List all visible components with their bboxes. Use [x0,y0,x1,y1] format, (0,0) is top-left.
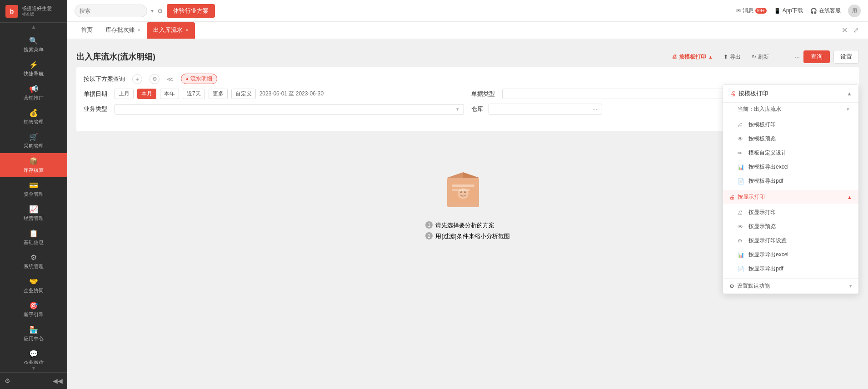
warehouse-more-icon[interactable]: ··· [593,106,597,112]
empty-svg [440,164,495,214]
sidebar-item-shortcut[interactable]: ⚡ 快捷导航 [0,57,67,81]
warehouse-dropdown[interactable]: ··· [489,104,602,115]
sidebar-icon-finance: 💳 [29,181,38,190]
dropdown-item-display-pdf[interactable]: 📄 按显示导出pdf [723,262,858,276]
dropdown-item-template-pdf[interactable]: 📄 按模板导出pdf [723,174,858,188]
tab-batch-label: 库存批次账 [105,26,135,34]
main-content: ▾ ⚙ 体验行业方案 ✉ 消息 99+ 📱 App下载 🎧 在线客服 用 [67,0,868,389]
hint-text-2: 用[过滤]条件来缩小分析范围 [435,232,509,240]
topbar: ▾ ⚙ 体验行业方案 ✉ 消息 99+ 📱 App下载 🎧 在线客服 用 [67,0,868,22]
filter-settings-btn[interactable]: ⚙ [150,74,160,84]
sidebar-footer: ⚙ ◀◀ [0,372,67,389]
filter-collapse-btn[interactable]: ≪ [167,75,174,83]
sidebar-logo: b 畅捷通好生意 标准版 [0,0,67,23]
dropdown-item-template-custom[interactable]: ✏ 模板自定义设计 [723,146,858,160]
sidebar-label-search: 搜索菜单 [24,46,44,53]
date-btn-last-month[interactable]: 上月 [115,89,134,99]
sidebar-collapse-icon[interactable]: ◀◀ [53,377,63,384]
sidebar-scroll-up[interactable]: ▲ [0,23,67,31]
tab-flow-close[interactable]: × [185,27,188,33]
sidebar-label-appcenter: 应用中心 [24,335,44,342]
refresh-btn[interactable]: ↻ 刷新 [748,51,773,63]
sidebar-scroll-down[interactable]: ▼ [0,364,67,372]
sidebar-item-corp[interactable]: 🤝 企业协同 [0,274,67,298]
dropdown-current-item[interactable]: 当前：出入库流水 ▾ [723,103,858,116]
dropdown-header[interactable]: 🖨 按模板打印 ▲ [723,85,858,103]
display-excel-label: 按显示导出excel [748,251,788,259]
date-btn-custom[interactable]: 自定义 [231,89,256,99]
search-dropdown-icon[interactable]: ▾ [151,8,154,14]
sidebar-icon-marketing: 📢 [29,85,38,93]
sidebar-item-newbie[interactable]: 🎯 新手引导 [0,298,67,322]
dropdown-item-template-print[interactable]: 🖨 按模板打印 [723,118,858,132]
filter-tag[interactable]: ● 流水明细 [181,74,217,84]
filter-add-btn[interactable]: + [132,74,142,84]
empty-hints: 1 请先选择要分析的方案 2 用[过滤]条件来缩小分析范围 [425,221,509,243]
biz-type-dropdown[interactable]: ▾ [115,104,464,115]
dropdown-item-display-settings[interactable]: ⚙ 按显示打印设置 [723,234,858,248]
tab-close-window[interactable]: ✕ [840,26,849,35]
app-download-btn[interactable]: 📱 App下载 [774,7,803,15]
sidebar-icon-sales: 💰 [29,109,38,117]
tab-home[interactable]: 首页 [75,22,99,39]
message-icon: ✉ [736,8,741,14]
date-btn-this-month[interactable]: 本月 [137,89,156,99]
dropdown-current-label: 当前：出入库流水 [738,105,781,113]
tab-batch[interactable]: 库存批次账 × [99,22,147,39]
more-options-icon[interactable]: ··· [794,53,800,60]
sidebar-item-sales[interactable]: 💰 销售管理 [0,105,67,129]
online-support-btn[interactable]: 🎧 在线客服 [810,7,841,15]
hint-num-1: 1 [425,221,433,229]
sidebar-item-basic[interactable]: 📋 基础信息 [0,225,67,249]
dropdown-item-display-preview[interactable]: 👁 按显示预览 [723,219,858,234]
dropdown-item-template-preview[interactable]: 👁 按模板预览 [723,132,858,146]
dropdown-item-template-excel[interactable]: 📊 按模板导出excel [723,160,858,174]
date-btn-more[interactable]: 更多 [209,89,228,99]
sidebar-item-purchase[interactable]: 🛒 采购管理 [0,129,67,153]
dropdown-section-2-header[interactable]: 🖨 按显示打印 ▲ [723,190,858,204]
hint-num-2: 2 [425,232,433,239]
sidebar-item-finance[interactable]: 💳 资金管理 [0,177,67,201]
sidebar-label-purchase: 采购管理 [24,143,44,150]
app-download-label: App下载 [783,7,803,15]
search-input[interactable] [75,5,147,17]
dropdown-item-display-print[interactable]: 🖨 按显示打印 [723,205,858,219]
date-btn-this-year[interactable]: 本年 [160,89,179,99]
tab-flow[interactable]: 出入库流水 × [147,22,195,39]
content-area: 出入库流水(流水明细) 🖨 按模板打印 ▲ ⬆ 导出 ↻ 刷新 ··· 查询 [67,39,868,389]
avatar[interactable]: 用 [848,5,861,17]
sidebar-label-system: 系统管理 [24,263,44,270]
sidebar-item-system[interactable]: ⚙ 系统管理 [0,249,67,274]
display-excel-icon: 📊 [738,252,745,258]
sidebar-icon-newbie: 🎯 [29,301,38,310]
dropdown-item-display-excel[interactable]: 📊 按显示导出excel [723,248,858,262]
page-actions: 🖨 按模板打印 ▲ ⬆ 导出 ↻ 刷新 ··· 查询 设置 [668,50,859,64]
tab-batch-close[interactable]: × [138,27,140,33]
export-btn[interactable]: ⬆ 导出 [720,51,744,63]
sidebar-icon-purchase: 🛒 [29,133,38,141]
display-preview-label: 按显示预览 [748,223,776,230]
filter-tag-label: 流水明细 [190,75,212,83]
sidebar-item-search[interactable]: 🔍 搜索菜单 [0,33,67,57]
sidebar: b 畅捷通好生意 标准版 ▲ 🔍 搜索菜单 ⚡ 快捷导航 📢 营销推广 💰 销售… [0,0,67,389]
tab-home-label: 首页 [81,26,93,34]
dropdown-footer[interactable]: ⚙ 设置默认功能 ▾ [723,278,858,294]
sidebar-settings-icon[interactable]: ⚙ [5,377,10,384]
query-btn[interactable]: 查询 [803,50,830,63]
sidebar-item-inventory[interactable]: 📦 库存核算 [0,153,67,177]
template-custom-label: 模板自定义设计 [748,149,787,157]
tab-expand[interactable]: ⤢ [851,26,861,35]
sidebar-label-newbie: 新手引导 [24,311,44,318]
biz-section: 业务类型 ▾ [84,104,464,115]
date-btn-7days[interactable]: 近7天 [183,89,205,99]
print-template-btn[interactable]: 🖨 按模板打印 ▲ [668,51,716,63]
sidebar-item-marketing[interactable]: 📢 营销推广 [0,81,67,105]
logo-icon: b [5,5,18,18]
industry-btn[interactable]: 体验行业方案 [167,4,215,18]
sidebar-item-operation[interactable]: 📈 经营管理 [0,201,67,225]
sidebar-item-appcenter[interactable]: 🏪 应用中心 [0,322,67,346]
settings-btn[interactable]: 设置 [833,50,859,64]
topbar-gear-icon[interactable]: ⚙ [157,7,163,15]
sidebar-item-wechat[interactable]: 💬 企业微信 [0,346,67,364]
message-btn[interactable]: ✉ 消息 99+ [736,7,767,15]
